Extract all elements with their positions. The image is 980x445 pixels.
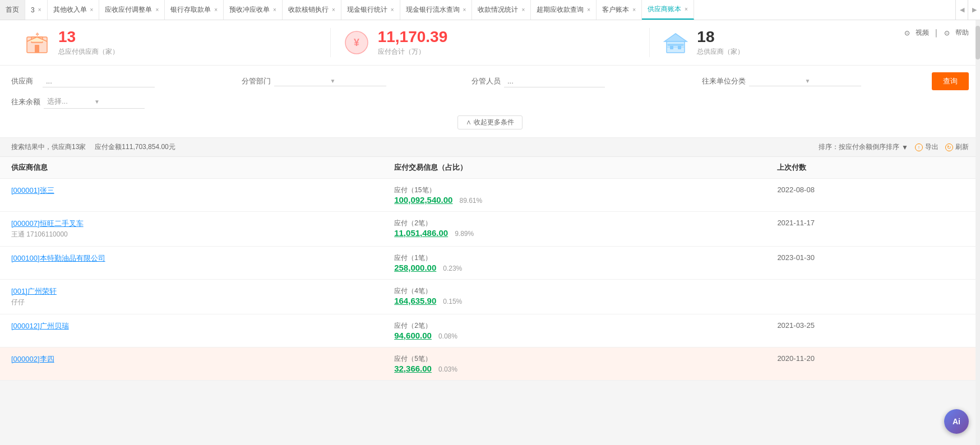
search-button[interactable]: 查询 [932, 72, 969, 90]
filter-row-1: 供应商 分管部门 ▼ 分管人员 往来单位分类 ▼ 查询 [11, 72, 969, 90]
help-link[interactable]: 帮助 [955, 28, 969, 38]
nav-supplier-book-close[interactable]: × [685, 6, 688, 12]
tx-amount-000012[interactable]: 94,600.00 [394, 331, 432, 340]
supplier-link-000001[interactable]: [000001]张三 [11, 186, 54, 194]
stat-total-suppliers-text: 18 总供应商（家） [697, 29, 744, 57]
nav-supplier-book[interactable]: 供应商账本 × [642, 0, 694, 20]
supplier-info-cell: [000001]张三 [11, 186, 394, 196]
filter-balance: 往来余额 选择... ▼ [11, 95, 168, 109]
nav-other-income-close[interactable]: × [90, 7, 94, 13]
balance-placeholder: 选择... [47, 96, 94, 106]
tx-row-000001: 100,092,540.00 89.61% [394, 195, 777, 205]
stat-payable-amount-label: 应付合计（万） [378, 47, 448, 57]
nav-cash-flow[interactable]: 现金银行流水查询 × [400, 0, 473, 20]
nav-ar-ap-adjust[interactable]: 应收应付调整单 × [99, 0, 165, 20]
nav-scroll-left[interactable]: ◀ [955, 0, 968, 20]
supplier-link-001[interactable]: [001]广州荣轩 [11, 287, 57, 295]
supplier-icon: ❖ [22, 28, 52, 57]
filter-section: 供应商 分管部门 ▼ 分管人员 往来单位分类 ▼ 查询 [0, 66, 980, 138]
nav-prepay-ar-close[interactable]: × [273, 7, 276, 13]
supplier-link-000002[interactable]: [000002]李四 [11, 355, 54, 363]
nav-overdue-ar[interactable]: 超期应收款查询 × [531, 0, 597, 20]
collapse-button[interactable]: ∧ 收起更多条件 [457, 115, 522, 129]
nav-prepay-ar[interactable]: 预收冲应收单 × [224, 0, 283, 20]
tx-info-cell: 应付（2笔） 94,600.00 0.08% [394, 321, 777, 340]
top-navigation: 首页 3 × 其他收入单 × 应收应付调整单 × 银行存取款单 × 预收冲应收单… [0, 0, 980, 20]
nav-home[interactable]: 首页 [0, 0, 25, 20]
supplier-sub-000007: 王通 17106110000 [11, 230, 394, 239]
sort-button[interactable]: 排序：按应付余额倒序排序 ▼ [819, 142, 908, 152]
tx-row-000002: 32,366.00 0.03% [394, 364, 777, 373]
nav-tab3-close[interactable]: × [38, 7, 41, 13]
nav-home-label: 首页 [6, 5, 19, 15]
nav-cash-stat-close[interactable]: × [391, 7, 394, 13]
header-stats-section: ❖ 13 总应付供应商（家） ¥ 11,170.39 应付合计（万） [0, 20, 980, 66]
nav-receipt-exec-close[interactable]: × [332, 7, 335, 13]
sort-chevron-down-icon: ▼ [902, 143, 908, 151]
nav-other-income[interactable]: 其他收入单 × [48, 0, 100, 20]
header-right-links: ⊙ 视频 │ ⊙ 帮助 [904, 28, 969, 38]
table-row: [001]广州荣轩 仔仔 应付（4笔） 164,635.90 0.15% [0, 280, 980, 314]
balance-chevron-down-icon: ▼ [94, 99, 141, 105]
table-row: [000007]恒旺二手叉车 王通 17106110000 应付（2笔） 11,… [0, 212, 980, 247]
tx-info-cell: 应付（2笔） 11,051,486.00 9.89% [394, 219, 777, 238]
dept-select[interactable]: ▼ [274, 76, 386, 86]
result-bar: 搜索结果中，供应商13家 应付金额111,703,854.00元 排序：按应付余… [0, 138, 980, 157]
person-input[interactable] [504, 75, 605, 87]
nav-cash-flow-close[interactable]: × [463, 7, 466, 13]
balance-select[interactable]: 选择... ▼ [44, 95, 145, 109]
supplier-link-000100[interactable]: [000100]本特勤油品有限公司 [11, 254, 105, 262]
nav-receipt-stat[interactable]: 收款情况统计 × [472, 0, 531, 20]
nav-cash-stat[interactable]: 现金银行统计 × [341, 0, 400, 20]
col-last-pay: 上次付数 [777, 163, 969, 173]
tx-amount-000100[interactable]: 258,000.00 [394, 263, 436, 272]
nav-bank-deposit-close[interactable]: × [214, 7, 218, 13]
video-link[interactable]: 视频 [916, 28, 929, 38]
supplier-link-000007[interactable]: [000007]恒旺二手叉车 [11, 219, 84, 228]
nav-customer-book[interactable]: 客户账本 × [597, 0, 642, 20]
person-label: 分管人员 [471, 76, 501, 86]
export-button[interactable]: ↑ 导出 [915, 142, 939, 152]
store-icon [661, 28, 690, 57]
tx-amount-000007[interactable]: 11,051,486.00 [394, 228, 448, 238]
nav-ar-ap-adjust-close[interactable]: × [155, 7, 159, 13]
supplier-link-000012[interactable]: [000012]广州贝瑞 [11, 322, 69, 330]
refresh-button[interactable]: ↻ 刷新 [945, 142, 969, 152]
tx-amount-000001[interactable]: 100,092,540.00 [394, 195, 452, 205]
tx-percent-000007: 9.89% [455, 230, 474, 238]
nav-bank-deposit-label: 银行存取款单 [170, 5, 211, 15]
nav-receipt-exec-label: 收款核销执行 [288, 5, 329, 15]
filter-row-2: 往来余额 选择... ▼ [11, 95, 969, 109]
tx-amount-001[interactable]: 164,635.90 [394, 296, 436, 305]
tx-label-000012: 应付（2笔） [394, 321, 777, 331]
nav-customer-book-label: 客户账本 [602, 5, 629, 15]
tx-info-cell: 应付（15笔） 100,092,540.00 89.61% [394, 186, 777, 205]
category-label: 往来单位分类 [702, 76, 746, 86]
tx-label-000100: 应付（1笔） [394, 253, 777, 263]
table-row: [000001]张三 应付（15笔） 100,092,540.00 89.61%… [0, 179, 980, 212]
svg-text:¥: ¥ [354, 37, 359, 48]
nav-receipt-stat-close[interactable]: × [521, 7, 525, 13]
nav-overdue-ar-close[interactable]: × [587, 7, 590, 13]
sort-label: 排序：按应付余额倒序排序 [819, 142, 899, 152]
tx-label-000001: 应付（15笔） [394, 186, 777, 195]
tx-info-cell: 应付（4笔） 164,635.90 0.15% [394, 286, 777, 305]
nav-scroll-right[interactable]: ▶ [968, 0, 980, 20]
filter-dept: 分管部门 ▼ [242, 76, 465, 86]
nav-tab3[interactable]: 3 × [25, 0, 48, 20]
supplier-input[interactable] [43, 75, 155, 87]
nav-tab3-label: 3 [31, 6, 35, 14]
nav-receipt-exec[interactable]: 收款核销执行 × [283, 0, 341, 20]
nav-bank-deposit[interactable]: 银行存取款单 × [165, 0, 224, 20]
nav-overdue-ar-label: 超期应收款查询 [537, 5, 584, 15]
table-row: [000002]李四 应付（5笔） 32,366.00 0.03% 2020-1… [0, 347, 980, 381]
nav-customer-book-close[interactable]: × [632, 7, 636, 13]
tx-row-001: 164,635.90 0.15% [394, 296, 777, 305]
tx-label-000007: 应付（2笔） [394, 219, 777, 228]
category-select[interactable]: ▼ [749, 76, 861, 86]
tx-row-000012: 94,600.00 0.08% [394, 331, 777, 340]
tx-amount-000002[interactable]: 32,366.00 [394, 364, 432, 373]
svg-text:❖: ❖ [35, 32, 39, 37]
scrollbar-thumb[interactable] [976, 26, 980, 59]
last-pay-000100: 2023-01-30 [777, 253, 969, 262]
